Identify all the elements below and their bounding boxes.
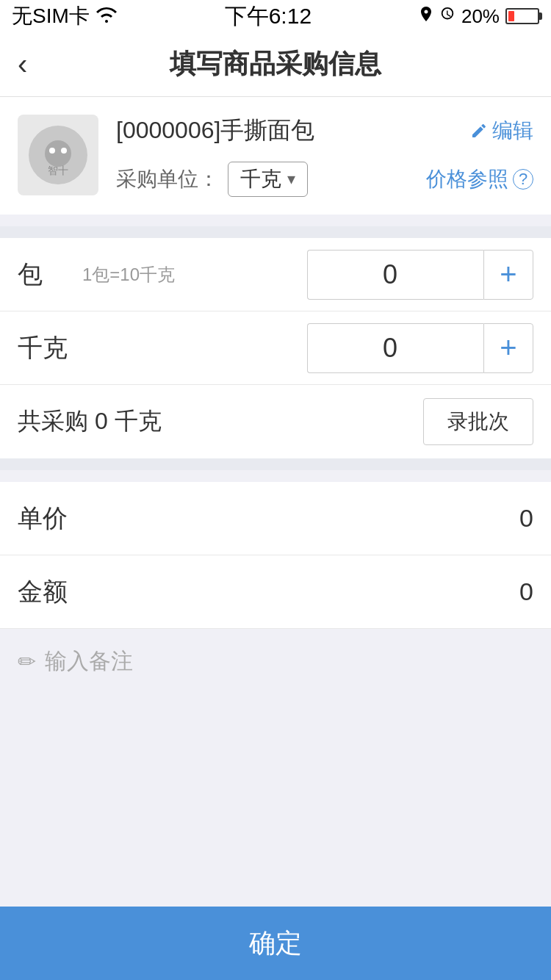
svg-point-0 xyxy=(45,140,71,167)
unit-price-value: 0 xyxy=(519,504,533,533)
product-name: [0000006]手撕面包 xyxy=(116,115,314,147)
record-batch-button[interactable]: 录批次 xyxy=(423,398,533,445)
back-button[interactable]: ‹ xyxy=(18,48,62,81)
product-unit-row: 采购单位： 千克 ▾ 价格参照 ? xyxy=(116,162,533,197)
section-divider-1 xyxy=(0,226,551,238)
summary-row: 共采购 0 千克 录批次 xyxy=(0,385,551,458)
carrier-text: 无SIM卡 xyxy=(12,2,90,30)
pencil-icon: ✏ xyxy=(18,649,36,674)
amount-label: 金额 xyxy=(18,575,68,609)
unit-price-label: 单价 xyxy=(18,502,68,536)
kg-input-controls: + xyxy=(307,323,533,373)
unit-price-row: 单价 0 xyxy=(0,482,551,555)
battery-text: 20% xyxy=(461,5,500,28)
bag-sub-label: 1包=10千克 xyxy=(82,263,175,287)
svg-text:智十: 智十 xyxy=(48,165,68,176)
svg-point-1 xyxy=(49,148,55,154)
bag-plus-button[interactable]: + xyxy=(483,250,533,300)
notes-section[interactable]: ✏ 输入备注 xyxy=(0,629,551,805)
notes-input-row: ✏ 输入备注 xyxy=(18,646,533,677)
page-title: 填写商品采购信息 xyxy=(170,46,381,82)
edit-button[interactable]: 编辑 xyxy=(470,117,533,145)
nav-bar: ‹ 填写商品采购信息 xyxy=(0,32,551,97)
product-card: 智十 [0000006]手撕面包 编辑 采购单位： 千克 ▾ 价格参照 ? xyxy=(0,97,551,215)
product-logo: 智十 xyxy=(29,126,87,184)
notes-placeholder: 输入备注 xyxy=(45,646,133,677)
battery-icon xyxy=(505,8,539,24)
bag-input-row: 包 1包=10千克 + xyxy=(0,238,551,311)
kg-quantity-input[interactable] xyxy=(307,323,483,373)
svg-point-2 xyxy=(61,148,67,154)
amount-row: 金额 0 xyxy=(0,555,551,629)
bottom-spacer xyxy=(0,805,551,879)
help-icon: ? xyxy=(513,169,533,190)
unit-label: 采购单位： xyxy=(116,165,219,193)
section-divider-2 xyxy=(0,458,551,470)
status-time: 下午6:12 xyxy=(225,1,311,32)
kg-label: 千克 xyxy=(18,331,76,365)
bag-quantity-input[interactable] xyxy=(307,250,483,300)
input-section: 包 1包=10千克 + 千克 + 共采购 0 千克 录批次 xyxy=(0,238,551,458)
bag-label: 包 xyxy=(18,258,76,292)
unit-value: 千克 xyxy=(240,165,281,193)
edit-label: 编辑 xyxy=(492,117,533,145)
bag-input-controls: + xyxy=(307,250,533,300)
alarm-icon xyxy=(439,5,455,28)
confirm-label: 确定 xyxy=(249,926,302,962)
unit-select[interactable]: 千克 ▾ xyxy=(228,162,308,197)
status-right: 20% xyxy=(419,5,539,28)
kg-plus-button[interactable]: + xyxy=(483,323,533,373)
location-icon xyxy=(419,5,433,28)
price-reference-button[interactable]: 价格参照 ? xyxy=(426,165,533,193)
price-ref-label: 价格参照 xyxy=(426,165,508,193)
amount-value: 0 xyxy=(519,577,533,606)
battery-fill xyxy=(508,11,514,21)
wifi-icon xyxy=(96,4,118,28)
product-thumbnail: 智十 xyxy=(18,115,98,195)
product-name-row: [0000006]手撕面包 编辑 xyxy=(116,115,533,147)
confirm-button[interactable]: 确定 xyxy=(0,907,551,980)
product-details: [0000006]手撕面包 编辑 采购单位： 千克 ▾ 价格参照 ? xyxy=(116,115,533,197)
status-bar: 无SIM卡 下午6:12 20% xyxy=(0,0,551,32)
total-purchase-text: 共采购 0 千克 xyxy=(18,406,162,438)
kg-input-row: 千克 + xyxy=(0,311,551,385)
status-left: 无SIM卡 xyxy=(12,2,118,30)
chevron-down-icon: ▾ xyxy=(287,170,295,189)
price-info-section: 单价 0 金额 0 xyxy=(0,482,551,629)
